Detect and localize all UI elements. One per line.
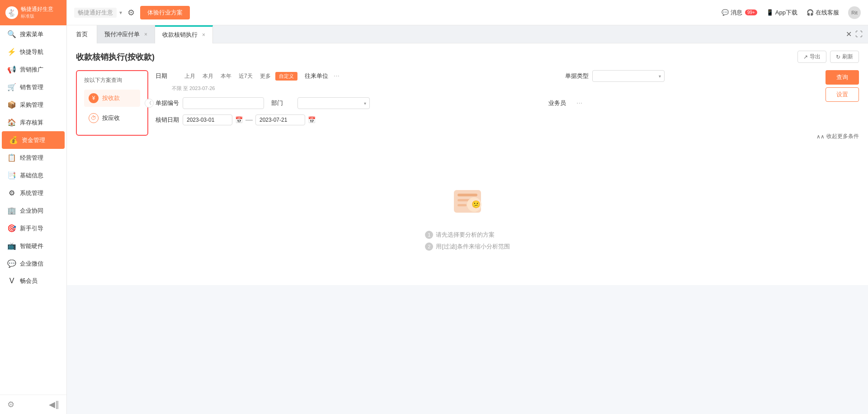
sidebar-icon-13: 💬 — [7, 259, 16, 268]
filter-row-date: 日期 上月 本月 本年 近7天 更多 自定义 — [156, 70, 818, 82]
sidebar-icon-10: 🏢 — [7, 206, 16, 215]
verify-date-start-input[interactable] — [183, 114, 232, 125]
tab-prepay-close-icon[interactable]: × — [144, 31, 147, 38]
sidebar-item-智能硬件[interactable]: 📺智能硬件 — [0, 237, 66, 255]
filter-option-by-receivable[interactable]: ⏱ 按应收 — [84, 109, 140, 127]
tab-collection-close-icon[interactable]: × — [202, 32, 205, 38]
filter-option-by-receipt[interactable]: ¥ 按收款 — [84, 90, 140, 107]
sidebar-item-销售管理[interactable]: 🛒销售管理 — [0, 78, 66, 96]
filter-row-verify-date: 核销日期 📅 — 📅 — [156, 114, 818, 125]
filter-panel-title: 按以下方案查询 — [84, 76, 140, 84]
dept-select[interactable] — [297, 97, 370, 109]
order-no-field: 单据编号 — [156, 97, 264, 109]
tab-collection[interactable]: 收款核销执行 × — [155, 25, 213, 43]
verify-date-end-input[interactable] — [255, 114, 305, 125]
more-dates-btn[interactable]: 更多 — [257, 71, 274, 81]
refresh-btn[interactable]: ↻ 刷新 — [830, 51, 859, 63]
sidebar-item-搜索菜单[interactable]: 🔍搜索菜单 — [0, 25, 66, 43]
last-7-days-btn[interactable]: 近7天 — [236, 71, 255, 81]
sidebar-item-企业协同[interactable]: 🏢企业协同 — [0, 202, 66, 219]
tab-prepay[interactable]: 预付冲应付单 × — [97, 25, 155, 43]
sidebar-label-7: 经营管理 — [20, 154, 43, 162]
sidebar-item-采购管理[interactable]: 📦采购管理 — [0, 96, 66, 114]
content: 收款核销执行(按收款) ↗ 导出 ↻ 刷新 按以下方案查询 — [67, 43, 868, 414]
order-type-label: 单据类型 — [565, 72, 589, 80]
date-note: 不限 至 2023-07-26 — [172, 86, 215, 91]
avatar: Rit — [848, 6, 861, 19]
sidebar-icon-5: 🏠 — [7, 118, 16, 127]
filter-option-receipt-label: 按收款 — [102, 94, 120, 102]
custom-date-btn[interactable]: 自定义 — [275, 72, 297, 81]
sidebar-icon-6: 💰 — [9, 136, 18, 144]
tab-home[interactable]: 首页 — [67, 25, 97, 43]
verify-date-start-cal-icon[interactable]: 📅 — [235, 116, 243, 124]
this-year-btn[interactable]: 本年 — [218, 71, 234, 81]
sidebar-label-3: 销售管理 — [20, 83, 43, 91]
app-download-btn[interactable]: 📱 App下载 — [766, 9, 797, 17]
collapse-panel-icon[interactable]: 《 — [145, 99, 154, 108]
page-title-row: 收款核销执行(按收款) ↗ 导出 ↻ 刷新 — [76, 51, 859, 63]
close-all-icon[interactable]: ✕ — [846, 30, 852, 38]
tip-num-1: 1 — [425, 231, 433, 239]
topbar-gear-icon[interactable]: ⚙ — [127, 8, 135, 18]
collection-label: 收款核销执行 — [162, 31, 198, 39]
sidebar: 🐇 畅捷通好生意 标准版 🔍搜索菜单⚡快捷导航📢营销推广🛒销售管理📦采购管理🏠库… — [0, 0, 67, 414]
online-service-btn[interactable]: 🎧 在线客服 — [807, 9, 839, 17]
salesperson-field: 业务员 ··· — [548, 99, 818, 107]
sidebar-label-8: 基础信息 — [20, 171, 43, 180]
sidebar-item-系统管理[interactable]: ⚙系统管理 — [0, 184, 66, 202]
counterpart-dots-icon[interactable]: ··· — [332, 72, 341, 80]
user-info[interactable]: Rit — [848, 6, 861, 19]
messages-btn[interactable]: 💬 消息 99+ — [722, 9, 757, 17]
expand-icon[interactable]: ⛶ — [855, 30, 863, 38]
refresh-label: 刷新 — [842, 53, 853, 61]
salesperson-dots-icon[interactable]: ··· — [575, 99, 584, 107]
topbar: 畅捷通好生意 ▾ ⚙ 体验行业方案 💬 消息 99+ 📱 App下载 🎧 在线客… — [67, 0, 868, 25]
sidebar-item-经营管理[interactable]: 📋经营管理 — [0, 149, 66, 167]
sidebar-icon-3: 🛒 — [7, 83, 16, 91]
verify-date-input-group: 📅 — 📅 — [183, 114, 316, 125]
order-type-select[interactable] — [592, 70, 665, 82]
messages-badge: 99+ — [745, 10, 757, 15]
trial-btn[interactable]: 体验行业方案 — [140, 6, 190, 19]
verify-date-end-cal-icon[interactable]: 📅 — [308, 116, 316, 124]
sidebar-label-10: 企业协同 — [20, 207, 43, 215]
dept-label: 部门 — [271, 99, 294, 107]
sidebar-item-营销推广[interactable]: 📢营销推广 — [0, 61, 66, 78]
export-btn[interactable]: ↗ 导出 — [797, 51, 826, 63]
query-btn[interactable]: 查询 — [826, 70, 859, 85]
sidebar-item-基础信息[interactable]: 📑基础信息 — [0, 167, 66, 184]
sidebar-icon-1: ⚡ — [7, 48, 16, 56]
sidebar-item-企业微信[interactable]: 💬企业微信 — [0, 255, 66, 272]
sidebar-item-畅会员[interactable]: V畅会员 — [0, 272, 66, 290]
collapse-sidebar-icon[interactable]: ◀‖ — [49, 400, 59, 409]
app-download-label: App下载 — [775, 9, 797, 17]
settings-btn[interactable]: 设置 — [826, 87, 859, 102]
sidebar-label-4: 采购管理 — [20, 101, 43, 109]
last-month-btn[interactable]: 上月 — [182, 71, 198, 81]
sidebar-icon-4: 📦 — [7, 100, 16, 109]
empty-tip-1: 1 请先选择要分析的方案 — [425, 231, 509, 239]
export-label: 导出 — [810, 53, 821, 61]
order-type-field: 单据类型 ▾ — [565, 70, 818, 82]
salesperson-label: 业务员 — [548, 99, 571, 107]
sidebar-logo: 🐇 畅捷通好生意 标准版 — [0, 0, 66, 25]
sidebar-item-快捷导航[interactable]: ⚡快捷导航 — [0, 43, 66, 61]
topbar-logo-text: 畅捷通好生意 — [74, 8, 117, 18]
export-icon: ↗ — [803, 54, 808, 60]
main-area: 畅捷通好生意 ▾ ⚙ 体验行业方案 💬 消息 99+ 📱 App下载 🎧 在线客… — [67, 0, 868, 414]
sidebar-label-9: 系统管理 — [20, 189, 43, 197]
tip-text-2: 用[过滤]条件来缩小分析范围 — [436, 243, 509, 251]
sidebar-label-13: 企业微信 — [20, 260, 43, 268]
sidebar-item-新手引导[interactable]: 🎯新手引导 — [0, 219, 66, 237]
messages-label: 消息 — [731, 9, 742, 17]
sidebar-icon-8: 📑 — [7, 171, 16, 180]
sidebar-item-库存核算[interactable]: 🏠库存核算 — [0, 114, 66, 131]
settings-icon[interactable]: ⚙ — [7, 400, 14, 409]
order-no-input[interactable] — [183, 97, 264, 109]
sidebar-item-资金管理[interactable]: 💰资金管理 — [2, 131, 65, 149]
topbar-chevron-icon[interactable]: ▾ — [119, 10, 122, 16]
topbar-logo-area: 畅捷通好生意 ▾ — [74, 8, 122, 18]
collapse-more-btn[interactable]: ∧∧ 收起更多条件 — [156, 133, 859, 140]
this-month-btn[interactable]: 本月 — [200, 71, 216, 81]
